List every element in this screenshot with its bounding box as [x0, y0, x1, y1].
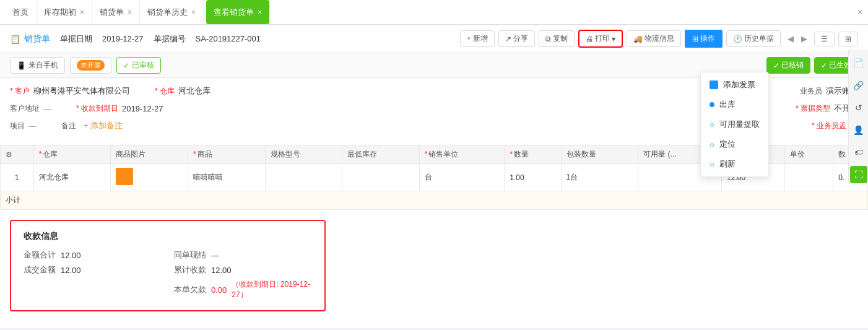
tab-view-sale[interactable]: 查看销货单 × — [206, 0, 270, 24]
same-order-label: 同单现结 — [174, 250, 206, 261]
share-button[interactable]: ↗ 分享 — [498, 30, 535, 47]
close-view-sale-tab[interactable]: × — [258, 8, 262, 17]
new-button[interactable]: + 新增 — [460, 30, 495, 47]
cancelled-button[interactable]: ✓ 已核销 — [766, 57, 810, 74]
doc-meta: 单据日期 2019-12-27 单据编号 SA-20191227-001 — [60, 33, 261, 45]
share-icon: ↗ — [505, 35, 511, 43]
gear-icon: ⚙ — [6, 150, 12, 159]
close-sale-history-tab[interactable]: × — [191, 8, 196, 17]
close-sale-tab[interactable]: × — [128, 8, 132, 17]
product-image — [116, 168, 133, 185]
reviewed-button[interactable]: ✓ 已审核 — [116, 57, 161, 74]
due-date-field: 收款到期日 2019-12-27 — [76, 103, 163, 114]
address-label: 客户地址 — [10, 103, 40, 114]
customer-field: 客户 柳州粤港平安气体有限公司 — [10, 85, 130, 97]
date-value: 2019-12-27 — [102, 34, 144, 43]
subtotal-row: 小计 — [1, 191, 868, 210]
tab-sale[interactable]: 销货单 × — [92, 0, 140, 24]
row-sale-unit-cell: 台 — [419, 164, 504, 191]
due-hint: （收款到期日: 2019-12-27） — [232, 279, 312, 300]
locate-item[interactable]: ○ 定位 — [701, 134, 768, 154]
row-pack-qty-cell: 1台 — [561, 164, 638, 191]
col-product-img: 商品图片 — [111, 145, 188, 164]
print-dropdown-icon: ▾ — [612, 35, 615, 43]
check-cancelled-icon: ✓ — [773, 61, 779, 70]
add-note-button[interactable]: + 添加备注 — [84, 120, 123, 131]
row-product-cell: 嘻嘻嘻嘻 — [188, 164, 265, 191]
available-qty-item[interactable]: ○ 可用量提取 — [701, 115, 768, 134]
doc-icon: 📋 — [10, 34, 20, 44]
balance-label: 本单欠款 — [174, 284, 206, 295]
tab-home[interactable]: 首页 — [5, 0, 37, 24]
add-invoice-item[interactable]: 添加发票 — [701, 75, 768, 95]
due-date-value: 2019-12-27 — [122, 104, 163, 113]
warehouse-field: 仓库 河北仓库 — [155, 85, 210, 97]
col-sale-unit: *销售单位 — [419, 145, 504, 164]
close-inventory-tab[interactable]: × — [80, 8, 84, 17]
payment-box: 收款信息 金额合计 12.00 同单现结 — 成交金额 12.00 累计收款 1… — [10, 220, 326, 311]
operation-icon: ⊞ — [692, 35, 698, 43]
from-phone-button[interactable]: 📱 来自手机 — [10, 57, 65, 74]
row-price-cell — [784, 164, 833, 191]
history-button[interactable]: 🕐 历史单据 — [726, 30, 781, 47]
tab-inventory[interactable]: 库存期初 × — [37, 0, 92, 24]
transaction-label: 成交金额 — [24, 264, 56, 276]
project-value: — — [28, 121, 37, 131]
tab-bar: 首页 库存期初 × 销货单 × 销货单历史 × 查看销货单 × × — [0, 0, 868, 25]
not-open-ticket-button[interactable]: 未开票 — [70, 57, 111, 74]
refresh-item[interactable]: ○ 刷新 — [701, 154, 768, 174]
col-quantity: *数量 — [505, 145, 561, 164]
total-row: 金额合计 12.00 — [24, 250, 162, 261]
row-spec-cell — [265, 164, 342, 191]
close-window-button[interactable]: × — [857, 7, 863, 18]
sales-staff-label: 业务员孟 — [812, 121, 846, 131]
copy-button[interactable]: ⧉ 复制 — [539, 30, 575, 47]
right-doc-icon[interactable]: 📄 — [850, 54, 867, 72]
print-icon: 🖨 — [586, 35, 593, 43]
next-arrow[interactable]: ▶ — [798, 32, 810, 45]
date-label: 单据日期 — [60, 33, 92, 45]
doc-title-area: 📋 销货单 — [10, 33, 50, 45]
customer-value: 柳州粤港平安气体有限公司 — [33, 85, 130, 97]
add-invoice-icon — [710, 80, 718, 89]
row-num-cell: 1 — [1, 164, 34, 191]
history-icon: 🕐 — [733, 35, 742, 43]
outbound-dot — [710, 102, 714, 107]
right-expand-icon[interactable]: ⛶ — [850, 166, 867, 183]
col-warehouse: *仓库 — [33, 145, 111, 164]
transaction-row: 成交金额 12.00 — [24, 264, 162, 276]
row-warehouse-cell: 河北仓库 — [33, 164, 111, 191]
right-panel: 📄 🔗 ↺ 👤 🏷 ⛶ — [848, 50, 868, 183]
same-order-row: 同单现结 — — [174, 250, 312, 261]
list-view-button[interactable]: ☰ — [814, 32, 835, 46]
grid-view-button[interactable]: ⊞ — [838, 32, 858, 46]
note-field: 备注 + 添加备注 — [61, 120, 123, 131]
customer-label: 客户 — [10, 86, 30, 97]
col-product: *商品 — [188, 145, 265, 164]
print-button[interactable]: 🖨 打印 ▾ — [578, 30, 623, 48]
same-order-value: — — [211, 251, 219, 260]
doc-title-label: 销货单 — [24, 33, 50, 45]
ticket-type-label: 票据类型 — [796, 103, 830, 114]
col-gear: ⚙ — [1, 145, 34, 164]
copy-icon: ⧉ — [545, 35, 551, 43]
operation-button[interactable]: ⊞ 操作 — [685, 30, 723, 48]
row-min-stock-cell — [342, 164, 420, 191]
accumulated-row: 累计收款 12.00 — [174, 264, 312, 276]
address-field: 客户地址 — — [10, 103, 51, 114]
balance-value: 0.00 — [211, 285, 227, 295]
phone-icon: 📱 — [17, 61, 26, 70]
logistics-button[interactable]: 🚚 物流信息 — [627, 30, 681, 47]
right-history-icon[interactable]: ↺ — [850, 99, 867, 116]
total-value: 12.00 — [61, 251, 81, 260]
right-link-icon[interactable]: 🔗 — [850, 77, 867, 94]
prev-arrow[interactable]: ◀ — [784, 32, 797, 45]
outbound-item[interactable]: 出库 — [701, 95, 768, 115]
right-person-icon[interactable]: 👤 — [850, 121, 867, 139]
warehouse-value: 河北仓库 — [178, 85, 210, 97]
tab-sale-history[interactable]: 销货单历史 × — [140, 0, 204, 24]
check-effective-icon: ✓ — [821, 61, 827, 70]
locate-circle-icon: ○ — [710, 140, 714, 149]
number-label: 单据编号 — [154, 33, 186, 45]
right-tag-icon[interactable]: 🏷 — [850, 144, 867, 161]
